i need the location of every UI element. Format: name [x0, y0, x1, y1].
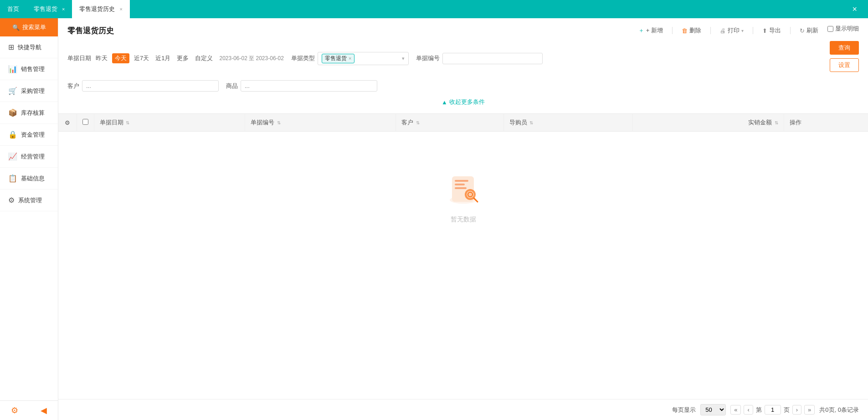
- goods-input[interactable]: [241, 80, 377, 92]
- main-layout: 🔍 搜索菜单 ⊞ 快捷导航 📊 销售管理 🛒 采购管理 📦 库存核算 🔒 资金管…: [0, 18, 868, 420]
- prev-page-button[interactable]: ‹: [744, 405, 753, 415]
- page-suffix: 页: [784, 406, 790, 414]
- sidebar-item-purchase-mgmt[interactable]: 🛒 采购管理: [0, 80, 58, 102]
- per-page-select[interactable]: 10 20 50 100: [700, 404, 726, 415]
- guide-sort-icon: ⇅: [529, 120, 533, 125]
- pagination: 每页显示 10 20 50 100 « ‹ 第 页 › » 共0页, 0条记录: [58, 399, 868, 420]
- print-chevron-icon: ▾: [741, 28, 744, 33]
- voucher-type-input[interactable]: 零售退货 × ▾: [318, 52, 409, 65]
- header-actions: ＋ + 新增 🗑 删除 🖨 打印 ▾: [635, 25, 822, 36]
- divider-2: [710, 27, 711, 34]
- sidebar-item-basic-info[interactable]: 📋 基础信息: [0, 168, 58, 190]
- divider-3: [753, 27, 753, 34]
- show-detail-checkbox[interactable]: 显示明细: [827, 25, 859, 33]
- setting-button[interactable]: 设置: [830, 58, 859, 72]
- basic-info-icon: 📋: [8, 174, 17, 183]
- no-sort-icon: ⇅: [277, 120, 281, 125]
- empty-text: 暂无数据: [451, 215, 476, 224]
- tab-retail-return-close[interactable]: ×: [62, 6, 65, 12]
- sidebar-item-quick-nav[interactable]: ⊞ 快捷导航: [0, 36, 58, 58]
- filter-row-2: 客户 商品: [67, 80, 859, 92]
- date-sort-icon: ⇅: [126, 120, 129, 125]
- page-header-top: 零售退货历史 ＋ + 新增 🗑 删除: [67, 25, 859, 36]
- next-page-button[interactable]: ›: [792, 405, 801, 415]
- tab-retail-return-label: 零售退货: [34, 5, 57, 13]
- last-page-button[interactable]: »: [804, 405, 815, 415]
- th-no[interactable]: 单据编号 ⇅: [245, 114, 395, 132]
- date-btn-yesterday[interactable]: 昨天: [94, 53, 109, 63]
- th-ops: 操作: [784, 114, 868, 132]
- sidebar-item-system[interactable]: ⚙ 系统管理: [0, 190, 58, 211]
- page-number-input[interactable]: [765, 405, 781, 415]
- voucher-type-tag-close[interactable]: ×: [349, 56, 351, 61]
- divider-4: [790, 27, 791, 34]
- sidebar-item-quick-nav-label: 快捷导航: [18, 43, 41, 51]
- sidebar-item-system-label: 系统管理: [18, 196, 42, 205]
- content-area: 零售退货历史 ＋ + 新增 🗑 删除: [58, 18, 868, 420]
- tab-retail-return[interactable]: 零售退货 ×: [26, 0, 72, 18]
- date-btn-more[interactable]: 更多: [175, 53, 190, 63]
- export-button[interactable]: ⬆ 导出: [759, 25, 785, 36]
- th-amount[interactable]: 实销金额 ⇅: [633, 114, 784, 132]
- new-icon: ＋: [638, 26, 644, 35]
- column-settings-icon[interactable]: ⚙: [65, 119, 70, 126]
- quick-nav-icon: ⊞: [8, 43, 14, 51]
- page-label: 第: [756, 406, 762, 414]
- sidebar-search[interactable]: 🔍 搜索菜单: [0, 18, 58, 36]
- sidebar-item-sales-label: 销售管理: [21, 65, 45, 73]
- sidebar-item-basic-info-label: 基础信息: [21, 174, 45, 183]
- select-all-checkbox[interactable]: [82, 119, 88, 125]
- page-header: 零售退货历史 ＋ + 新增 🗑 删除: [58, 18, 868, 114]
- sales-icon: 📊: [8, 65, 17, 73]
- purchase-icon: 🛒: [8, 87, 17, 95]
- finance-icon: 🔒: [8, 130, 17, 139]
- page-title: 零售退货历史: [67, 26, 114, 36]
- voucher-type-filter: 单据类型 零售退货 × ▾: [291, 52, 409, 65]
- first-page-button[interactable]: «: [730, 405, 741, 415]
- customer-input[interactable]: [82, 80, 219, 92]
- top-bar: 首页 零售退货 × 零售退货历史 × ×: [0, 0, 868, 18]
- new-button[interactable]: ＋ + 新增: [635, 25, 667, 36]
- sidebar-search-label: 搜索菜单: [22, 23, 46, 31]
- window-close-button[interactable]: ×: [848, 5, 861, 14]
- date-btn-custom[interactable]: 自定义: [193, 53, 215, 63]
- tab-bar: 首页 零售退货 × 零售退货历史 ×: [0, 0, 848, 18]
- tab-retail-return-history-close[interactable]: ×: [119, 6, 122, 12]
- settings-bottom-icon[interactable]: ⚙: [11, 405, 18, 415]
- sidebar-bottom: ⚙ ◀: [0, 400, 58, 420]
- tab-home[interactable]: 首页: [0, 0, 26, 18]
- system-icon: ⚙: [8, 196, 15, 205]
- query-button[interactable]: 查询: [830, 41, 859, 55]
- show-detail-input[interactable]: [827, 26, 833, 32]
- th-settings[interactable]: ⚙: [58, 114, 77, 132]
- data-table: ⚙ 单据日期 ⇅ 单据编号 ⇅: [58, 114, 868, 132]
- voucher-type-tag-text: 零售退货: [325, 55, 347, 62]
- refresh-button[interactable]: ↻ 刷新: [796, 25, 822, 36]
- search-icon: 🔍: [12, 24, 20, 31]
- show-detail-label: 显示明细: [835, 25, 859, 33]
- th-customer[interactable]: 客户 ⇅: [396, 114, 503, 132]
- sidebar-item-inventory[interactable]: 📦 库存核算: [0, 102, 58, 124]
- voucher-no-input[interactable]: [442, 53, 543, 64]
- svg-rect-3: [455, 184, 465, 185]
- operations-icon: 📈: [8, 152, 17, 161]
- collapse-sidebar-icon[interactable]: ◀: [41, 405, 47, 415]
- date-btn-today[interactable]: 今天: [112, 53, 129, 63]
- voucher-no-filter: 单据编号: [416, 53, 543, 64]
- collapse-button[interactable]: ▲ 收起更多条件: [442, 96, 485, 110]
- print-button[interactable]: 🖨 打印 ▾: [716, 25, 747, 36]
- sidebar-item-sales-mgmt[interactable]: 📊 销售管理: [0, 58, 58, 80]
- date-btn-7days[interactable]: 近7天: [132, 53, 151, 63]
- voucher-type-label: 单据类型: [291, 54, 315, 62]
- sidebar-item-finance[interactable]: 🔒 资金管理: [0, 124, 58, 146]
- sidebar: 🔍 搜索菜单 ⊞ 快捷导航 📊 销售管理 🛒 采购管理 📦 库存核算 🔒 资金管…: [0, 18, 58, 420]
- th-guide[interactable]: 导购员 ⇅: [503, 114, 633, 132]
- th-date[interactable]: 单据日期 ⇅: [94, 114, 245, 132]
- delete-button[interactable]: 🗑 删除: [678, 25, 705, 36]
- voucher-type-dropdown-icon[interactable]: ▾: [402, 56, 405, 61]
- th-checkbox[interactable]: [77, 114, 94, 132]
- sidebar-item-operations[interactable]: 📈 经营管理: [0, 146, 58, 168]
- inventory-icon: 📦: [8, 108, 17, 117]
- date-btn-1month[interactable]: 近1月: [154, 53, 172, 63]
- tab-retail-return-history[interactable]: 零售退货历史 ×: [72, 0, 129, 18]
